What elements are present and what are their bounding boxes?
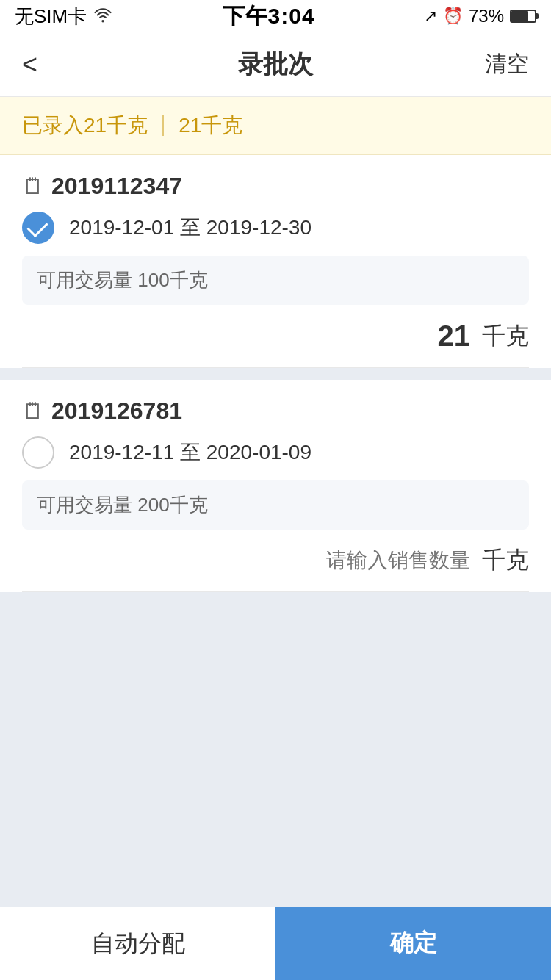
batch-card-2-inner: 🗒 2019126781 2019-12-11 至 2020-01-09 可用交… bbox=[0, 380, 551, 530]
batch-1-available: 可用交易量 100千克 bbox=[22, 256, 529, 305]
batch-card-1-inner: 🗒 2019112347 2019-12-01 至 2019-12-30 可用交… bbox=[0, 155, 551, 305]
batch-2-available-text: 可用交易量 200千克 bbox=[37, 494, 208, 516]
alarm-icon: ⏰ bbox=[443, 7, 463, 26]
page-title: 录批次 bbox=[238, 48, 313, 82]
status-left: 无SIM卡 bbox=[15, 4, 113, 29]
batch-card-2: 🗒 2019126781 2019-12-11 至 2020-01-09 可用交… bbox=[0, 380, 551, 592]
recorded-label: 已录入21千克 bbox=[22, 112, 148, 140]
batch-1-qty-row: 千克 bbox=[0, 305, 551, 367]
summary-divider bbox=[162, 115, 164, 136]
batch-2-unit: 千克 bbox=[482, 544, 529, 577]
status-time: 下午3:04 bbox=[223, 1, 315, 32]
batch-1-unit: 千克 bbox=[482, 320, 529, 353]
clear-button[interactable]: 清空 bbox=[485, 49, 529, 79]
batch-1-available-text: 可用交易量 100千克 bbox=[37, 269, 208, 291]
content-area: 已录入21千克 21千克 🗒 2019112347 2019-12-01 至 2… bbox=[0, 97, 551, 980]
battery-icon bbox=[510, 10, 536, 23]
batch-2-qty-row: 千克 bbox=[0, 530, 551, 591]
confirm-button[interactable]: 确定 bbox=[276, 907, 551, 980]
batch-2-icon: 🗒 bbox=[22, 399, 44, 424]
nav-bar: < 录批次 清空 bbox=[0, 32, 551, 97]
batch-2-header: 🗒 2019126781 bbox=[22, 397, 529, 425]
batch-1-header: 🗒 2019112347 bbox=[22, 173, 529, 200]
batch-1-date-row: 2019-12-01 至 2019-12-30 bbox=[22, 212, 529, 244]
batch-1-checkbox[interactable] bbox=[22, 212, 54, 244]
section-separator-1 bbox=[0, 368, 551, 380]
gray-area bbox=[0, 592, 551, 915]
batch-2-date: 2019-12-11 至 2020-01-09 bbox=[69, 439, 311, 466]
carrier-text: 无SIM卡 bbox=[15, 4, 87, 29]
batch-1-icon: 🗒 bbox=[22, 174, 44, 199]
back-button[interactable]: < bbox=[22, 49, 66, 80]
status-right: ↗ ⏰ 73% bbox=[424, 6, 536, 26]
batch-1-id: 2019112347 bbox=[51, 173, 182, 200]
batch-1-qty-input[interactable] bbox=[411, 320, 470, 353]
batch-card-1: 🗒 2019112347 2019-12-01 至 2019-12-30 可用交… bbox=[0, 155, 551, 368]
auto-distribute-button[interactable]: 自动分配 bbox=[0, 907, 276, 980]
status-bar: 无SIM卡 下午3:04 ↗ ⏰ 73% bbox=[0, 0, 551, 32]
total-label: 21千克 bbox=[179, 112, 242, 140]
location-icon: ↗ bbox=[424, 7, 437, 26]
battery-text: 73% bbox=[469, 6, 504, 26]
batch-2-id: 2019126781 bbox=[51, 397, 182, 425]
batch-1-date: 2019-12-01 至 2019-12-30 bbox=[69, 214, 311, 242]
batch-2-checkbox[interactable] bbox=[22, 436, 54, 469]
batch-2-available: 可用交易量 200千克 bbox=[22, 480, 529, 530]
wifi-icon bbox=[93, 5, 113, 28]
batch-2-date-row: 2019-12-11 至 2020-01-09 bbox=[22, 436, 529, 469]
batch-2-qty-input[interactable] bbox=[22, 549, 470, 572]
bottom-bar: 自动分配 确定 bbox=[0, 907, 551, 980]
summary-banner: 已录入21千克 21千克 bbox=[0, 97, 551, 155]
